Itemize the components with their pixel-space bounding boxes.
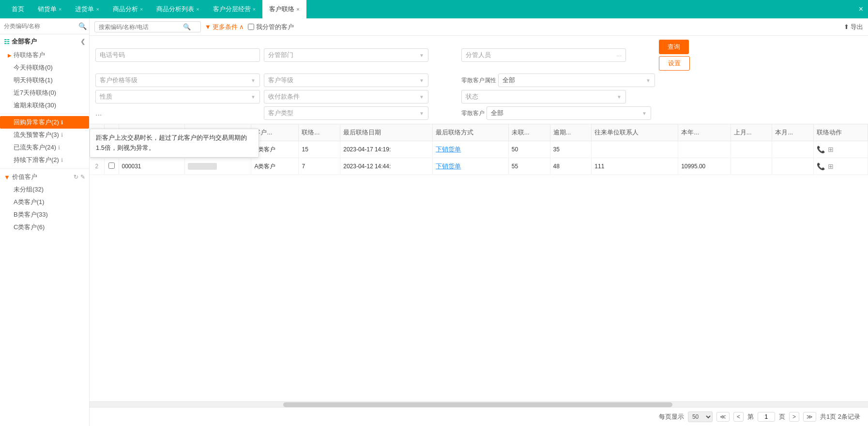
price-level-field[interactable]: 客户价格等级 ▼ — [95, 73, 260, 87]
sidebar-item-b-class[interactable]: B类客户(33) — [0, 208, 89, 221]
more-filters-dots[interactable]: ... — [95, 109, 102, 118]
col-unit-contact: 往来单位联系人 — [592, 124, 678, 141]
more-action-icon[interactable]: ⊞ — [828, 146, 834, 153]
cell-contact: 7 — [299, 158, 340, 175]
contact-action-icon[interactable]: 📞 — [817, 162, 825, 170]
last-page-button[interactable]: ≫ — [803, 412, 816, 422]
sidebar-item-c-class[interactable]: C类客户(6) — [0, 221, 89, 234]
page-number-input[interactable] — [758, 412, 775, 422]
next-page-button[interactable]: > — [789, 412, 799, 422]
filter-row-4: ... 客户类型 ▼ 零散客户 全部 ▼ — [95, 106, 862, 120]
nav-tab-analysis[interactable]: 商品分析 × — [106, 0, 150, 18]
info-icon: ℹ — [61, 157, 63, 163]
dropdown-icon: ▼ — [419, 53, 424, 58]
nav-tab-customer-contact[interactable]: 客户联络 × — [262, 0, 306, 18]
horizontal-scrollbar[interactable] — [90, 401, 868, 407]
sidebar-search-bar: 🔍 — [0, 18, 89, 34]
sidebar-item-7days[interactable]: 近7天待联络(0) — [0, 87, 89, 99]
export-button[interactable]: ⬆ 导出 — [844, 23, 863, 31]
edit-icon[interactable]: ✎ — [80, 174, 85, 180]
query-button[interactable]: 查询 — [659, 40, 689, 54]
sidebar-group-pending[interactable]: ▶ 待联络客户 — [0, 49, 89, 61]
search-input[interactable] — [99, 24, 181, 30]
sidebar-all-customers[interactable]: ☷ 全部客户 ❮ — [0, 34, 89, 49]
payment-field[interactable]: 收付款条件 ▼ — [264, 90, 428, 103]
top-nav: 首页 销货单 × 进货单 × 商品分析 × 商品分析列表 × 客户分层经营 × … — [0, 0, 868, 18]
nav-tab-analysis-list[interactable]: 商品分析列表 × — [150, 0, 206, 18]
grid-icon: ☷ — [4, 38, 10, 45]
cell-overdue: 48 — [550, 158, 592, 175]
nav-tab-purchase[interactable]: 进货单 × — [68, 0, 106, 18]
sidebar-item-ungrouped[interactable]: 未分组(32) — [0, 183, 89, 196]
my-customers-checkbox[interactable] — [248, 24, 254, 30]
contact-method-link[interactable]: 下销货单 — [436, 146, 461, 153]
close-icon[interactable]: × — [296, 6, 299, 12]
sidebar-item-churn-warning[interactable]: 流失预警客户(3) ℹ — [0, 129, 89, 141]
dropdown-icon: ▼ — [617, 94, 622, 100]
info-icon: ℹ — [58, 145, 60, 151]
page-size-select[interactable]: 50 100 200 — [688, 411, 713, 422]
nav-tab-customer-layer[interactable]: 客户分层经营 × — [206, 0, 262, 18]
sidebar-item-a-class[interactable]: A类客户(1) — [0, 196, 89, 208]
close-icon[interactable]: × — [253, 6, 256, 12]
refresh-icon[interactable]: ↻ — [74, 174, 78, 180]
first-page-button[interactable]: ≪ — [716, 412, 730, 422]
nav-tab-home[interactable]: 首页 — [5, 0, 31, 18]
search-field: 🔍 — [94, 21, 201, 32]
more-conditions-button[interactable]: ▼ 更多条件 ∧ — [205, 23, 244, 31]
customer-type-field[interactable]: 客户类型 ▼ — [264, 106, 428, 120]
customer-level-field[interactable]: 客户等级 ▼ — [264, 73, 428, 87]
status-field[interactable]: 状态 ▼ — [461, 90, 626, 103]
retail-attr-field[interactable]: 全部 ▼ — [498, 73, 655, 87]
manager-field[interactable]: 分管人员 ··· — [461, 48, 626, 62]
sidebar-item-rebuy-abnormal[interactable]: 回购异常客户(2) ℹ — [0, 116, 89, 129]
pagination-bar: 每页显示 50 100 200 ≪ < 第 页 > ≫ 共1页 2条记录 — [90, 407, 868, 426]
sidebar-group-value-customers[interactable]: ▼ 价值客户 ↻ ✎ — [0, 171, 89, 183]
set-button[interactable]: 设置 — [659, 56, 690, 71]
col-this-month: 本月... — [772, 124, 814, 141]
sidebar-item-today[interactable]: 今天待联络(0) — [0, 61, 89, 74]
gender-field[interactable]: 性质 ▼ — [95, 90, 260, 103]
nav-tab-sales[interactable]: 销货单 × — [31, 0, 68, 18]
col-this-year: 本年... — [678, 124, 731, 141]
dropdown-icon: ▼ — [642, 111, 647, 116]
cell-last-contact-method: 下销货单 — [433, 158, 509, 175]
sidebar-item-tomorrow[interactable]: 明天待联络(1) — [0, 74, 89, 87]
sidebar-item-churned[interactable]: 已流失客户(24) ℹ — [0, 141, 89, 154]
sidebar-search-icon[interactable]: 🔍 — [78, 22, 87, 30]
col-last-month: 上月... — [731, 124, 772, 141]
contact-action-icon[interactable]: 📞 — [817, 146, 825, 153]
more-icon[interactable]: ··· — [616, 52, 622, 59]
col-action: 联络动作 — [814, 124, 868, 141]
sidebar-item-overdue[interactable]: 逾期未联络(30) — [0, 99, 89, 112]
contact-method-link[interactable]: 下销货单 — [436, 162, 461, 170]
close-icon[interactable]: × — [196, 6, 199, 12]
sidebar-search-input[interactable] — [4, 23, 76, 29]
retail-customer-field[interactable]: 全部 ▼ — [487, 106, 651, 120]
cell-checkbox — [104, 158, 119, 175]
cell-overdue: 35 — [550, 141, 592, 158]
search-icon[interactable]: 🔍 — [183, 23, 191, 30]
sidebar-divider — [0, 114, 89, 114]
prev-page-button[interactable]: < — [733, 412, 744, 422]
data-table-container: ⚙ ✦ 客户编码 ✦ 客户名称 客户... — [90, 124, 868, 401]
more-action-icon[interactable]: ⊞ — [828, 162, 834, 170]
scrollbar-thumb[interactable] — [283, 402, 672, 407]
close-icon[interactable]: × — [96, 6, 99, 12]
cell-code: 000031 — [119, 158, 185, 175]
my-customers-filter[interactable]: 我分管的客户 — [248, 23, 294, 31]
triangle-icon: ▶ — [8, 53, 12, 58]
row-checkbox[interactable] — [108, 162, 115, 169]
col-contact: 联络... — [299, 124, 340, 141]
col-overdue: 逾期... — [550, 124, 592, 141]
department-field[interactable]: 分管部门 ▼ — [264, 48, 428, 62]
collapse-icon[interactable]: ❮ — [80, 38, 85, 45]
window-close-button[interactable]: × — [859, 5, 863, 14]
filter-row-3: 性质 ▼ 收付款条件 ▼ 状态 ▼ — [95, 90, 862, 103]
close-icon[interactable]: × — [59, 6, 61, 12]
phone-field[interactable]: 电话号码 — [95, 48, 260, 62]
sidebar-item-declining[interactable]: 持续下滑客户(2) ℹ — [0, 154, 89, 166]
page-label: 第 — [747, 412, 754, 421]
close-icon[interactable]: × — [140, 6, 143, 12]
filter-row-1: 电话号码 分管部门 ▼ 分管人员 ··· 查询 — [95, 40, 862, 71]
